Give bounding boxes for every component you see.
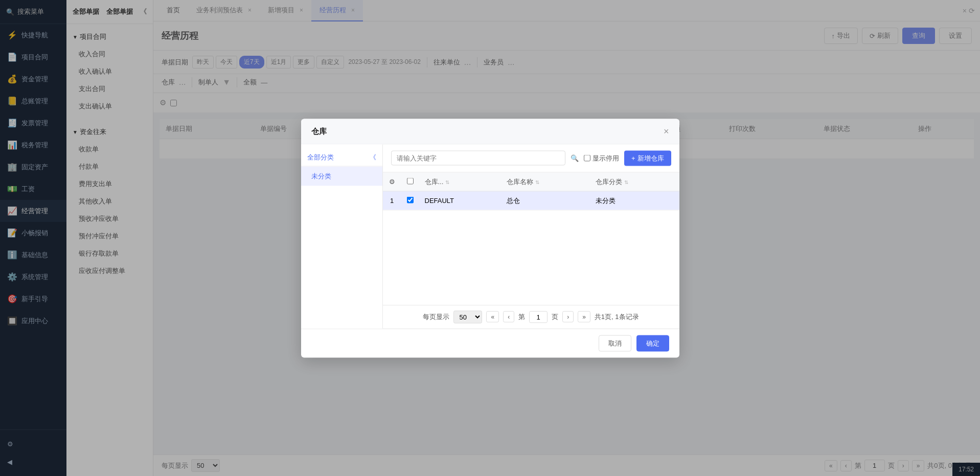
show-disabled-checkbox[interactable] <box>584 155 590 162</box>
modal-col-cat-label: 仓库分类 <box>596 177 622 185</box>
modal-sidebar-item-uncategorized[interactable]: 未分类 <box>301 166 382 186</box>
modal-sidebar: 全部分类 《 未分类 <box>301 144 383 328</box>
modal-page-suffix: 页 <box>552 312 558 322</box>
modal-col-settings[interactable]: ⚙ <box>383 172 401 191</box>
modal-next-btn[interactable]: › <box>562 311 574 323</box>
modal-col-checkbox[interactable] <box>401 172 420 191</box>
modal-per-page-select[interactable]: 50 100 <box>453 310 482 323</box>
sort-arrows-cat[interactable]: ⇅ <box>624 179 628 185</box>
modal-pagination: 每页显示 50 100 « ‹ 第 页 › » 共1页, 1条记录 <box>383 305 679 328</box>
all-category-label: 全部分类 <box>307 152 334 162</box>
warehouse-modal: 仓库 × 全部分类 《 未分类 🔍 显示停用 <box>301 119 679 357</box>
show-disabled-text: 显示停用 <box>592 153 619 163</box>
settings-gear-icon[interactable]: ⚙ <box>389 178 395 186</box>
modal-prev-btn[interactable]: ‹ <box>503 311 514 323</box>
sort-arrows-name[interactable]: ⇅ <box>535 179 539 185</box>
modal-table-row[interactable]: 1 DEFAULT 总仓 未分类 <box>383 191 679 210</box>
modal-close-btn[interactable]: × <box>664 126 669 137</box>
modal-row-name: 总仓 <box>502 191 590 210</box>
modal-page-label: 第 <box>518 312 525 322</box>
modal-row-index: 1 <box>383 191 401 210</box>
modal-row-category: 未分类 <box>590 191 679 210</box>
modal-header: 仓库 × <box>301 119 679 144</box>
modal-table: ⚙ 仓库... ⇅ 仓库名称 ⇅ <box>383 172 679 210</box>
modal-search-input[interactable] <box>391 151 565 166</box>
confirm-button[interactable]: 确定 <box>636 335 669 351</box>
modal-col-code-label: 仓库... <box>425 177 444 185</box>
modal-col-name-label: 仓库名称 <box>507 177 533 185</box>
modal-col-code: 仓库... ⇅ <box>420 172 502 191</box>
modal-search-bar: 🔍 显示停用 + 新增仓库 <box>383 144 679 172</box>
modal-search-icon: 🔍 <box>571 154 579 162</box>
cancel-button[interactable]: 取消 <box>599 335 631 351</box>
add-warehouse-label: 新增仓库 <box>637 153 664 163</box>
sidebar-collapse-icon[interactable]: 《 <box>370 152 376 162</box>
modal-row-code: DEFAULT <box>420 191 502 210</box>
modal-title: 仓库 <box>311 126 327 136</box>
modal-sidebar-header[interactable]: 全部分类 《 <box>301 148 382 166</box>
modal-sidebar-scroll: 未分类 <box>301 166 382 186</box>
modal-last-btn[interactable]: » <box>578 311 590 323</box>
modal-content: 🔍 显示停用 + 新增仓库 ⚙ <box>383 144 679 328</box>
sort-arrows-code[interactable]: ⇅ <box>445 179 449 185</box>
modal-per-page-label: 每页显示 <box>423 312 449 322</box>
modal-body: 全部分类 《 未分类 🔍 显示停用 + 新增仓库 <box>301 144 679 328</box>
add-warehouse-button[interactable]: + 新增仓库 <box>624 150 671 166</box>
modal-col-category: 仓库分类 ⇅ <box>590 172 679 191</box>
modal-col-name: 仓库名称 ⇅ <box>502 172 590 191</box>
add-icon: + <box>631 154 635 162</box>
modal-table-wrap: ⚙ 仓库... ⇅ 仓库名称 ⇅ <box>383 172 679 305</box>
show-disabled-label: 显示停用 <box>584 153 619 163</box>
modal-footer: 取消 确定 <box>301 328 679 357</box>
modal-select-all[interactable] <box>407 177 414 184</box>
modal-page-input[interactable] <box>529 311 548 323</box>
modal-total: 共1页, 1条记录 <box>595 312 639 322</box>
modal-first-btn[interactable]: « <box>486 311 499 323</box>
modal-row-checkbox[interactable] <box>401 191 420 210</box>
